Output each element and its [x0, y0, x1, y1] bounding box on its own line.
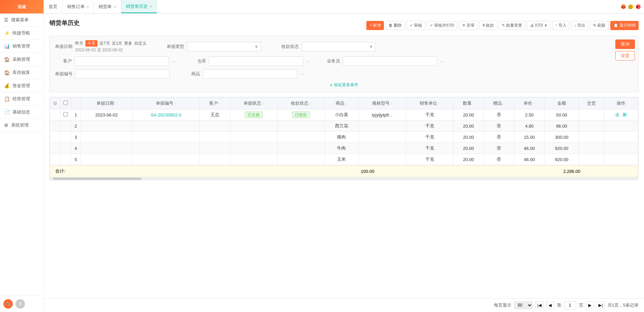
import-button[interactable]: ↑ 导入	[552, 21, 569, 30]
th-spec[interactable]: 规格型号 ↕	[358, 98, 406, 109]
customer-dots[interactable]: ···	[172, 58, 176, 64]
sidebar-item-purchase-mgmt[interactable]: 🏠 采购管理	[0, 53, 44, 66]
page-size-select[interactable]: 50 100 200	[514, 302, 533, 309]
sidebar-item-quick-nav[interactable]: ⚡ 快捷导航	[0, 27, 44, 40]
warehouse-dots[interactable]: ···	[306, 58, 310, 64]
export-button[interactable]: ↓ 导出	[571, 21, 588, 30]
query-button[interactable]: 查询	[615, 40, 635, 49]
date-shortcut-1month[interactable]: 近1月	[112, 41, 122, 46]
th-customer[interactable]: 客户 ↕	[200, 98, 230, 109]
sidebar-item-basic-info[interactable]: 📄 基础信息	[0, 106, 44, 119]
date-shortcut-7days[interactable]: 近7天	[100, 41, 110, 46]
sidebar-item-inventory[interactable]: 🏠 库存核算	[0, 66, 44, 79]
prev-page-btn[interactable]: ◀	[546, 301, 554, 309]
warehouse-input[interactable]	[209, 56, 303, 66]
type-select[interactable]	[187, 42, 261, 51]
delete-button[interactable]: 🗑 删除	[386, 21, 405, 30]
window-maximize-btn[interactable]: □	[628, 4, 633, 9]
cell-doc-no-1[interactable]	[132, 121, 200, 132]
sidebar-item-sys-mgmt[interactable]: ⚙ 系统管理	[0, 119, 44, 132]
tab-sales-history[interactable]: 销货单历史 ×	[121, 0, 157, 13]
abandon-button[interactable]: ✕ 弃审	[459, 21, 478, 30]
cell-doc-date-4	[81, 154, 133, 165]
horizontal-scrollbar[interactable]	[50, 177, 638, 180]
select-all-checkbox[interactable]	[63, 101, 68, 105]
th-doc-no[interactable]: 单据编号 ↕	[132, 98, 200, 109]
add-button[interactable]: + 新增	[366, 21, 384, 30]
th-qty[interactable]: 数量 ↕	[453, 98, 484, 109]
first-page-btn[interactable]: |◀	[535, 301, 543, 309]
payment-select[interactable]	[302, 42, 376, 51]
sort-goods[interactable]: 商品 ↕	[336, 100, 347, 106]
th-doc-status[interactable]: 单据状态 ↕	[230, 98, 277, 109]
cell-doc-no-3[interactable]	[132, 143, 200, 154]
salesperson-dots[interactable]: ···	[440, 58, 444, 64]
th-pay-status[interactable]: 收款状态 ↕	[277, 98, 325, 109]
filter-salesperson-field: 业务员 ···	[323, 56, 444, 66]
close-tab-sales-goods[interactable]: ×	[114, 5, 116, 9]
cell-doc-no-4[interactable]	[132, 154, 200, 165]
th-gift[interactable]: 赠品 ↕	[484, 98, 514, 109]
sort-icon-unit: ↕	[438, 102, 440, 105]
tab-sales-goods[interactable]: 销货单 ×	[94, 0, 121, 13]
close-tab-sales-history[interactable]: ×	[150, 4, 152, 8]
cell-settings-3	[50, 143, 61, 154]
customer-input[interactable]	[75, 56, 169, 66]
close-tab-sales-order[interactable]: ×	[87, 5, 89, 9]
cell-doc-no-2[interactable]	[132, 132, 200, 143]
sort-price[interactable]: 单价 ↕	[524, 100, 535, 106]
sidebar-settings-btn[interactable]: 🔧	[3, 299, 13, 309]
batch-change-button[interactable]: ✎ 批量变更	[499, 21, 525, 30]
window-minimize-btn[interactable]: —	[621, 4, 626, 9]
sort-gift[interactable]: 赠品 ↕	[493, 100, 505, 106]
quick-nav-icon: ⚡	[4, 30, 10, 36]
cell-doc-no-0[interactable]: SA-20230602-0	[132, 109, 200, 121]
window-close-btn[interactable]: ×	[636, 4, 641, 9]
th-settings[interactable]: ⚙	[50, 98, 61, 109]
collect-button[interactable]: ¥ 收款	[479, 21, 497, 30]
setting-button[interactable]: 设置	[615, 51, 635, 60]
sort-qty[interactable]: 数量 ↕	[463, 100, 474, 106]
cell-qty-4: 20.00	[453, 154, 484, 165]
tab-sales-order[interactable]: 销售订单 ×	[62, 0, 94, 13]
cell-qty-0: 20.00	[453, 109, 484, 121]
date-shortcut-yesterday[interactable]: 昨天	[75, 41, 83, 46]
action-edit-0[interactable]: 改	[615, 112, 619, 117]
sidebar-item-finance[interactable]: 💰 资金管理	[0, 79, 44, 93]
sort-customer[interactable]: 客户 ↕	[209, 100, 221, 106]
refresh-button[interactable]: ↻ 刷新	[590, 21, 609, 30]
date-shortcut-more[interactable]: 更多	[124, 41, 132, 46]
row-checkbox-0[interactable]	[63, 112, 68, 116]
date-shortcut-custom[interactable]: 自定义	[134, 41, 146, 46]
sort-unit[interactable]: 销售单位 ↕	[420, 100, 440, 106]
sidebar-item-search-menu[interactable]: ☰ 搜索菜单	[0, 14, 44, 27]
audit-button[interactable]: ✓ 审核	[407, 21, 425, 30]
th-doc-date[interactable]: 单据日期 ↕	[81, 98, 133, 109]
doc-no-input[interactable]	[75, 69, 170, 79]
audit-icon: ✓	[410, 23, 413, 28]
sort-doc-no[interactable]: 单据编号 ↕	[156, 100, 176, 106]
date-shortcut-today[interactable]: 今天	[85, 40, 97, 47]
tab-home[interactable]: 首页	[44, 0, 62, 13]
sort-doc-date[interactable]: 单据日期 ↕	[96, 100, 117, 106]
last-page-btn[interactable]: ▶|	[597, 301, 605, 309]
page-input[interactable]	[564, 301, 576, 309]
sidebar-item-sales-mgmt[interactable]: 📊 销售管理	[0, 40, 44, 53]
th-unit[interactable]: 销售单位 ↕	[406, 98, 453, 109]
th-price[interactable]: 单价 ↕	[514, 98, 544, 109]
sort-pay-status[interactable]: 收款状态 ↕	[291, 100, 311, 106]
next-page-btn[interactable]: ▶	[586, 301, 594, 309]
sort-doc-status[interactable]: 单据状态 ↕	[244, 100, 264, 106]
sidebar-pause-btn[interactable]: ⏸	[16, 299, 25, 309]
goods-input[interactable]	[203, 69, 297, 79]
salesperson-input[interactable]	[343, 56, 437, 66]
action-delete-0[interactable]: 删	[623, 112, 627, 117]
goods-dots[interactable]: ···	[300, 71, 304, 77]
sidebar-item-ops[interactable]: 📋 经营管理	[0, 93, 44, 106]
audit-print-button[interactable]: ✓ 审核并打印	[427, 21, 457, 30]
show-detail-button[interactable]: 📋 显示明细	[610, 21, 639, 30]
print-button[interactable]: 🖨 打印 ▼	[527, 21, 551, 30]
collapse-filter-btn[interactable]: ∧ 收起更多条件	[55, 82, 633, 88]
th-goods[interactable]: 商品 ↕	[325, 98, 358, 109]
sort-spec[interactable]: 规格型号 ↕	[372, 100, 392, 106]
